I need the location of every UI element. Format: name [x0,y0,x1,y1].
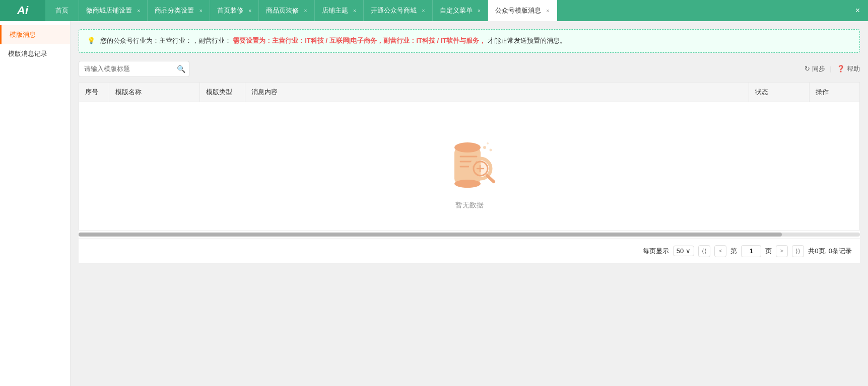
scrollbar-thumb [79,233,782,237]
total-label: 共0页, 0条记录 [808,247,852,256]
tab-openstore-label: 开通公众号商城 [371,6,417,15]
help-button[interactable]: ❓ 帮助 [837,64,860,73]
table-wrapper: 序号 模版名称 模版类型 消息内容 状态 操作 [79,82,860,239]
logo-text: Ai [17,4,28,17]
sidebar-item-template-msg-label: 模版消息 [10,31,36,38]
tab-weishop[interactable]: 微商城店铺设置 × [79,0,148,21]
tab-openstore-close[interactable]: × [422,8,425,14]
col-index: 序号 [79,82,109,102]
tab-category-close[interactable]: × [199,8,202,14]
notice-icon: 💡 [87,37,95,44]
tab-openstore[interactable]: 开通公众号商城 × [364,0,432,21]
next-page-icon: ＞ [779,247,785,255]
logo: Ai [0,0,45,21]
sidebar-item-template-msg[interactable]: 模版消息 [0,25,70,44]
tab-productpage[interactable]: 商品页装修 × [259,0,314,21]
tab-homepage-close[interactable]: × [248,8,251,14]
help-label: 帮助 [847,64,860,73]
pagination: 每页显示 50 ∨ ⟨⟨ ＜ 第 页 ＞ ⟩⟩ 共0页, 0条记录 [79,239,860,263]
notice-highlight: 需要设置为：主营行业：IT科技 / 互联网|电子商务，副营行业：IT科技 / I… [233,37,486,44]
window-close-icon: × [855,6,860,15]
first-page-icon: ⟨⟨ [702,248,707,255]
tab-weishop-close[interactable]: × [137,8,140,14]
svg-point-14 [489,148,492,151]
tab-custommenu[interactable]: 自定义菜单 × [433,0,488,21]
svg-point-13 [487,142,489,144]
tab-homepage-label: 首页装修 [217,6,243,15]
col-content: 消息内容 [245,82,749,102]
sidebar: 模版消息 模版消息记录 [0,21,71,386]
col-name: 模版名称 [109,82,200,102]
tab-theme-label: 店铺主题 [322,6,348,15]
tab-custommenu-label: 自定义菜单 [440,6,473,15]
tab-productpage-close[interactable]: × [304,8,307,14]
tab-home-label: 首页 [55,6,69,15]
tab-home[interactable]: 首页 [45,0,79,21]
page-size-dropdown-icon: ∨ [686,247,691,255]
prev-page-icon: ＜ [717,247,723,255]
col-action: 操作 [810,82,860,102]
content-area: 💡 您的公众号行业为：主营行业：，副营行业： 需要设置为：主营行业：IT科技 /… [71,21,868,386]
col-type: 模版类型 [200,82,245,102]
notice-box: 💡 您的公众号行业为：主营行业：，副营行业： 需要设置为：主营行业：IT科技 /… [79,29,860,53]
tab-template-close[interactable]: × [546,8,549,14]
last-page-button[interactable]: ⟩⟩ [792,245,804,257]
page-label-pre: 第 [730,247,737,256]
tab-productpage-label: 商品页装修 [266,6,299,15]
empty-text: 暂无数据 [455,201,484,210]
notice-prefix: 您的公众号行业为：主营行业：，副营行业： [100,37,231,44]
notice-suffix: 才能正常发送预置的消息。 [488,37,566,44]
prev-page-button[interactable]: ＜ [714,245,726,257]
sidebar-item-template-log-label: 模版消息记录 [8,50,47,57]
horizontal-scrollbar[interactable] [79,233,860,237]
top-nav: Ai 首页 微商城店铺设置 × 商品分类设置 × 首页装修 × 商品页装修 × … [0,0,868,21]
tab-category[interactable]: 商品分类设置 × [148,0,210,21]
window-close-button[interactable]: × [847,0,868,21]
current-page-input[interactable] [741,245,761,257]
nav-tabs: 首页 微商城店铺设置 × 商品分类设置 × 首页装修 × 商品页装修 × 店铺主… [45,0,847,21]
tab-theme[interactable]: 店铺主题 × [315,0,364,21]
sync-label: 同步 [812,64,825,73]
page-label-post: 页 [765,247,772,256]
col-status: 状态 [749,82,810,102]
empty-state: 暂无数据 [79,102,859,230]
toolbar-divider: | [830,65,832,72]
first-page-button[interactable]: ⟨⟨ [698,245,710,257]
page-size-label: 每页显示 [643,247,669,256]
last-page-icon: ⟩⟩ [795,248,800,255]
tab-weishop-label: 微商城店铺设置 [86,6,132,15]
sync-button[interactable]: ↻ 同步 [805,64,825,73]
svg-point-2 [454,142,481,152]
tab-homepage[interactable]: 首页装修 × [210,0,259,21]
sync-icon: ↻ [805,65,810,72]
tab-category-label: 商品分类设置 [155,6,194,15]
tab-template[interactable]: 公众号模版消息 × [488,0,557,21]
empty-row: 暂无数据 [79,102,860,230]
tab-custommenu-close[interactable]: × [478,8,481,14]
svg-point-3 [454,180,481,188]
svg-line-9 [487,176,494,182]
search-input-wrap: 🔍 [79,61,189,77]
data-table: 序号 模版名称 模版类型 消息内容 状态 操作 [79,82,860,230]
empty-illustration [439,132,500,193]
sidebar-item-template-log[interactable]: 模版消息记录 [0,44,70,63]
toolbar-right: ↻ 同步 | ❓ 帮助 [805,64,860,73]
tab-template-label: 公众号模版消息 [495,6,541,15]
search-input[interactable] [79,61,189,77]
help-icon: ❓ [837,65,845,72]
search-bar: 🔍 ↻ 同步 | ❓ 帮助 [79,61,860,77]
page-size-select[interactable]: 50 ∨ [673,246,694,256]
main-layout: 模版消息 模版消息记录 💡 您的公众号行业为：主营行业：，副营行业： 需要设置为… [0,21,868,386]
page-size-value: 50 [677,247,684,255]
svg-point-12 [483,146,486,149]
next-page-button[interactable]: ＞ [776,245,788,257]
tab-theme-close[interactable]: × [353,8,356,14]
search-icon[interactable]: 🔍 [177,65,185,73]
